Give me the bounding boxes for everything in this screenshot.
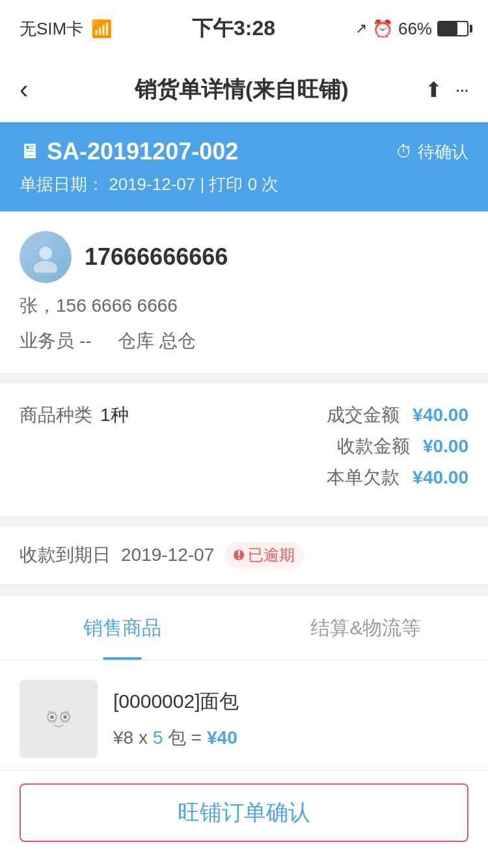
wifi-signal: 📶	[91, 19, 112, 39]
confirm-label: 旺铺订单确认	[178, 798, 310, 828]
received-value: ¥0.00	[423, 436, 468, 457]
carrier-text: 无SIM卡	[20, 18, 83, 40]
overdue-icon: !	[234, 550, 244, 560]
overdue-text: 已逾期	[248, 545, 295, 565]
location-icon: ↗	[355, 20, 367, 37]
current-time: 下午3:28	[192, 14, 275, 43]
arrears-row: 本单欠款 ¥40.00	[327, 465, 468, 490]
page-title: 销货单详情(来自旺铺)	[59, 75, 425, 105]
overdue-badge: ! 已逾期	[224, 542, 304, 568]
table-row: [0000002]面包 ¥8 x 5 包 = ¥40	[0, 660, 488, 778]
summary-right: 成交金额 ¥40.00 收款金额 ¥0.00 本单欠款 ¥40.00	[327, 403, 468, 496]
due-date: 2019-12-07	[121, 545, 214, 565]
status-right: ↗ ⏰ 66%	[355, 19, 468, 39]
nav-bar: ‹ 销货单详情(来自旺铺) ⬆ ···	[0, 57, 488, 122]
amount-value: ¥40.00	[413, 405, 468, 426]
order-print-text: | 打印 0 次	[200, 174, 278, 194]
summary-left: 商品种类 1种	[20, 403, 129, 427]
status-clock-icon: ⏱	[396, 142, 413, 162]
product-info: [0000002]面包 ¥8 x 5 包 = ¥40	[113, 688, 468, 750]
svg-point-1	[34, 261, 57, 273]
order-date-value: 2019-12-07	[109, 174, 195, 194]
svg-point-7	[50, 715, 54, 719]
order-id-text: SA-20191207-002	[47, 138, 238, 165]
customer-phone: 17666666666	[85, 243, 228, 271]
order-status: ⏱ 待确认	[396, 141, 468, 163]
order-id: 🖥 SA-20191207-002	[20, 138, 238, 165]
status-bar: 无SIM卡 📶 下午3:28 ↗ ⏰ 66%	[0, 0, 488, 57]
more-icon[interactable]: ···	[455, 79, 468, 100]
warehouse-row: 仓库 总仓	[118, 329, 196, 353]
battery-text: 66%	[398, 19, 432, 39]
svg-point-0	[39, 247, 52, 260]
received-row: 收款金额 ¥0.00	[327, 434, 468, 459]
product-list: [0000002]面包 ¥8 x 5 包 = ¥40	[0, 660, 488, 778]
bottom-bar: 旺铺订单确认	[0, 770, 488, 868]
nav-actions: ⬆ ···	[425, 77, 468, 102]
due-label: 收款到期日	[20, 543, 111, 567]
warehouse-label: 仓库	[118, 329, 154, 353]
svg-point-2	[36, 696, 81, 742]
product-price: ¥8 x 5 包 = ¥40	[113, 726, 468, 750]
battery-icon	[437, 21, 468, 36]
equals-sign: =	[191, 727, 207, 748]
summary-section: 商品种类 1种 成交金额 ¥40.00 收款金额 ¥0.00 本单欠款 ¥40.…	[0, 383, 488, 516]
tabs-section: 销售商品 结算&物流等	[0, 597, 488, 778]
unit-text: 包	[168, 727, 186, 748]
amount-row: 成交金额 ¥40.00	[327, 403, 468, 427]
order-banner: 🖥 SA-20191207-002 ⏱ 待确认 单据日期： 2019-12-07…	[0, 122, 488, 211]
product-thumbnail	[20, 680, 98, 758]
confirm-button[interactable]: 旺铺订单确认	[20, 783, 468, 842]
due-section: 收款到期日 2019-12-07 ! 已逾期	[0, 526, 488, 584]
order-id-icon: 🖥	[20, 141, 39, 163]
status-left: 无SIM卡 📶	[20, 18, 112, 40]
tab-products[interactable]: 销售商品	[0, 597, 244, 660]
share-icon[interactable]: ⬆	[425, 77, 442, 102]
tab-settlement[interactable]: 结算&物流等	[244, 597, 488, 660]
category-value: 1种	[100, 403, 129, 427]
tabs-header: 销售商品 结算&物流等	[0, 597, 488, 660]
alarm-icon: ⏰	[372, 19, 393, 39]
salesman-label: 业务员	[20, 329, 74, 353]
quantity: 5	[153, 727, 163, 748]
multiply-sign: x	[139, 727, 153, 748]
salesman-value: --	[79, 331, 92, 351]
svg-point-8	[63, 715, 67, 719]
customer-row: 17666666666	[20, 231, 468, 283]
customer-name-info: 张，156 6666 6666	[20, 293, 468, 318]
product-name: [0000002]面包	[113, 688, 468, 715]
arrears-value: ¥40.00	[413, 467, 468, 488]
order-date-label: 单据日期：	[20, 174, 104, 194]
received-label: 收款金额	[337, 434, 410, 459]
unit-price: ¥8	[113, 727, 133, 748]
order-date: 单据日期： 2019-12-07 | 打印 0 次	[20, 173, 468, 196]
back-button[interactable]: ‹	[20, 75, 59, 104]
avatar	[20, 231, 72, 283]
customer-meta: 业务员 -- 仓库 总仓	[20, 329, 468, 353]
warehouse-value: 总仓	[159, 329, 196, 353]
customer-section: 17666666666 张，156 6666 6666 业务员 -- 仓库 总仓	[0, 211, 488, 373]
total-price: ¥40	[207, 727, 237, 748]
category-label: 商品种类	[20, 403, 92, 427]
amount-label: 成交金额	[327, 403, 400, 427]
salesman-row: 业务员 --	[20, 329, 92, 353]
arrears-label: 本单欠款	[327, 465, 400, 490]
order-status-text: 待确认	[418, 141, 468, 163]
